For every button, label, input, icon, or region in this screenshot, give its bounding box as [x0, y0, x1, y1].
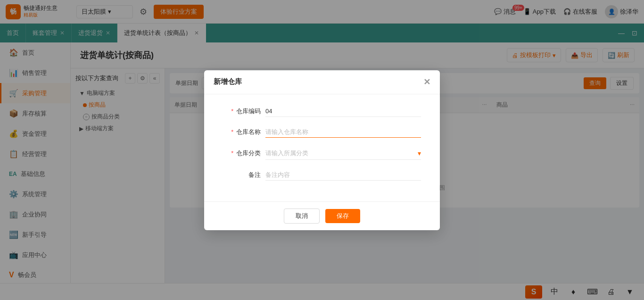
- form-row-code: * 仓库编码: [223, 106, 421, 117]
- category-arrow-icon: ▾: [418, 150, 421, 157]
- form-row-name: * 仓库名称: [223, 126, 421, 138]
- name-label: * 仓库名称: [223, 128, 261, 136]
- warehouse-name-input[interactable]: [265, 126, 421, 138]
- required-star-cat: *: [231, 150, 233, 157]
- warehouse-code-input[interactable]: [265, 106, 421, 117]
- form-row-note: 备注: [223, 169, 421, 181]
- note-label: 备注: [223, 171, 261, 179]
- modal-footer: 取消 保存: [204, 201, 440, 230]
- form-row-category: * 仓库分类 请输入所属分类 ▾: [223, 147, 421, 160]
- modal-title: 新增仓库: [214, 77, 242, 86]
- warehouse-note-input[interactable]: [265, 169, 421, 181]
- required-star-name: *: [231, 128, 233, 135]
- category-placeholder: 请输入所属分类: [265, 149, 308, 158]
- modal-body: * 仓库编码 * 仓库名称 * 仓库分类 请输入所属: [204, 94, 440, 201]
- modal-overlay: 新增仓库 ✕ * 仓库编码 * 仓库名称: [0, 0, 644, 300]
- cancel-button[interactable]: 取消: [284, 208, 320, 224]
- code-label: * 仓库编码: [223, 107, 261, 116]
- category-select[interactable]: 请输入所属分类 ▾: [265, 147, 421, 160]
- modal-new-warehouse: 新增仓库 ✕ * 仓库编码 * 仓库名称: [204, 70, 440, 230]
- save-button[interactable]: 保存: [325, 209, 360, 223]
- modal-header: 新增仓库 ✕: [204, 70, 440, 94]
- modal-close-button[interactable]: ✕: [423, 77, 430, 87]
- category-label: * 仓库分类: [223, 149, 261, 158]
- required-star: *: [231, 108, 233, 115]
